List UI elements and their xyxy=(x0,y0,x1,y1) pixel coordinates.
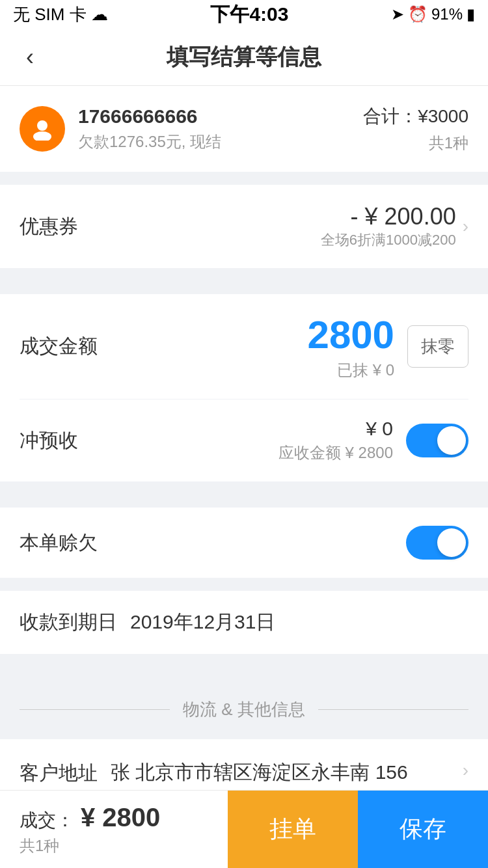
precollect-row: 冲预收 ¥ 0 应收金额 ¥ 2800 xyxy=(0,400,488,481)
customer-info: 17666666666 欠款1276.35元, 现结 xyxy=(78,105,221,152)
customer-card: 17666666666 欠款1276.35元, 现结 合计：¥3000 共1种 xyxy=(0,86,488,172)
status-right: ➤ ⏰ 91% ▮ xyxy=(391,5,475,23)
section-divider-3 xyxy=(0,667,488,680)
customer-phone: 17666666666 xyxy=(78,105,221,128)
precollect-sub: 应收金额 ¥ 2800 xyxy=(278,442,393,463)
chevron-right-icon: › xyxy=(463,216,468,237)
bottom-deal-amount: ¥ 2800 xyxy=(81,803,160,832)
status-bar: 无 SIM 卡 ☁ 下午4:03 ➤ ⏰ 91% ▮ xyxy=(0,0,488,29)
bottom-count: 共1种 xyxy=(20,835,208,856)
alarm-icon: ⏰ xyxy=(408,5,427,23)
content: 17666666666 欠款1276.35元, 现结 合计：¥3000 共1种 … xyxy=(0,86,488,868)
location-icon: ➤ xyxy=(391,5,404,23)
precollect-toggle[interactable] xyxy=(406,424,468,457)
deal-amount-label: 成交金额 xyxy=(20,333,98,360)
nav-bar: ‹ 填写结算等信息 xyxy=(0,29,488,86)
bottom-bar: 成交： ¥ 2800 共1种 挂单 保存 xyxy=(0,790,488,868)
battery-level: 91% xyxy=(431,5,463,23)
coupon-value: - ¥ 200.00 全场6折满1000减200 xyxy=(321,203,456,250)
coupon-label: 优惠券 xyxy=(20,213,78,240)
status-time: 下午4:03 xyxy=(210,1,288,28)
coupon-row[interactable]: 优惠券 - ¥ 200.00 全场6折满1000减200 › xyxy=(0,185,488,268)
avatar xyxy=(20,106,65,152)
bottom-deal: 成交： ¥ 2800 xyxy=(20,803,208,833)
back-button[interactable]: ‹ xyxy=(20,37,40,77)
total-amount: 合计：¥3000 xyxy=(363,104,468,129)
coupon-amount: - ¥ 200.00 xyxy=(321,203,456,230)
deal-amount-value: 2800 xyxy=(308,313,394,357)
round-zero-button[interactable]: 抹零 xyxy=(407,325,468,368)
page-title: 填写结算等信息 xyxy=(167,42,321,72)
logistics-line-right xyxy=(318,709,468,710)
deal-amount-right: 2800 已抹 ¥ 0 抹零 xyxy=(308,312,468,381)
deal-section: 成交金额 2800 已抹 ¥ 0 抹零 冲预收 ¥ 0 应收金额 ¥ 2800 xyxy=(0,294,488,481)
precollect-label: 冲预收 xyxy=(20,427,78,454)
logistics-header: 物流 & 其他信息 xyxy=(0,680,488,739)
customer-total: 合计：¥3000 共1种 xyxy=(363,104,468,154)
precollect-right: ¥ 0 应收金额 ¥ 2800 xyxy=(278,418,468,463)
due-date-value: 2019年12月31日 xyxy=(130,609,275,636)
hold-order-button[interactable]: 挂单 xyxy=(228,791,358,869)
coupon-desc: 全场6折满1000减200 xyxy=(321,230,456,250)
logistics-line-left xyxy=(20,709,170,710)
item-count: 共1种 xyxy=(363,133,468,154)
svg-point-0 xyxy=(37,120,47,131)
logistics-title: 物流 & 其他信息 xyxy=(183,698,305,721)
address-chevron-icon: › xyxy=(463,760,468,781)
deal-sub: 已抹 ¥ 0 xyxy=(308,360,394,381)
bottom-deal-label: 成交： xyxy=(20,808,74,833)
debt-section: 本单赊欠 xyxy=(0,508,488,578)
due-date-row: 收款到期日 2019年12月31日 xyxy=(0,591,488,654)
sim-status: 无 SIM 卡 ☁ xyxy=(13,3,108,26)
status-left: 无 SIM 卡 ☁ xyxy=(13,3,108,26)
battery-icon: ▮ xyxy=(467,5,475,23)
precollect-amount: ¥ 0 xyxy=(278,418,393,440)
deal-amount-row: 成交金额 2800 已抹 ¥ 0 抹零 xyxy=(0,294,488,399)
precollect-amount-wrap: ¥ 0 应收金额 ¥ 2800 xyxy=(278,418,393,463)
customer-left: 17666666666 欠款1276.35元, 现结 xyxy=(20,105,221,152)
bottom-summary: 成交： ¥ 2800 共1种 xyxy=(0,803,228,856)
debt-label: 本单赊欠 xyxy=(20,530,98,556)
address-label: 客户地址 xyxy=(20,760,98,787)
debt-row: 本单赊欠 xyxy=(0,508,488,578)
coupon-right: - ¥ 200.00 全场6折满1000减200 › xyxy=(321,203,468,250)
deal-amount-wrap: 2800 已抹 ¥ 0 xyxy=(308,312,394,381)
debt-toggle[interactable] xyxy=(406,526,468,560)
customer-sub: 欠款1276.35元, 现结 xyxy=(78,131,221,152)
section-divider xyxy=(0,281,488,294)
save-button[interactable]: 保存 xyxy=(358,791,488,869)
due-date-label: 收款到期日 xyxy=(20,609,117,636)
section-divider-2 xyxy=(0,495,488,508)
svg-point-1 xyxy=(33,131,51,141)
